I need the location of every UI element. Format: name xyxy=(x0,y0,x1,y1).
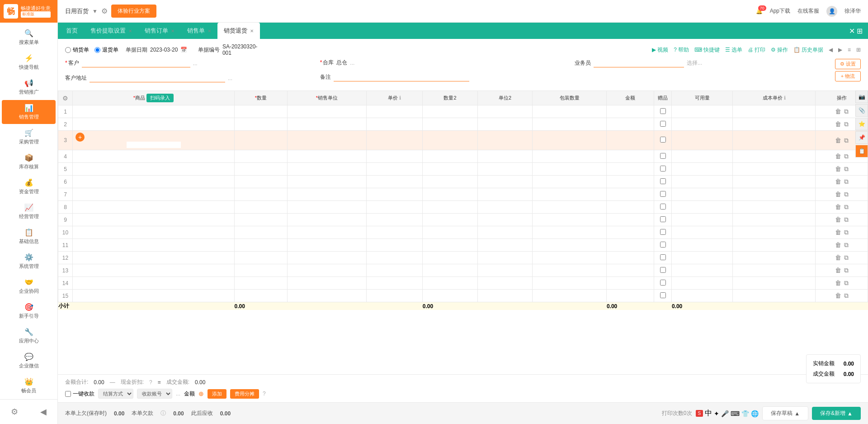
sales-unit-cell[interactable] xyxy=(287,131,367,150)
radio-return[interactable]: 退货单 xyxy=(94,46,118,54)
amount-cell[interactable] xyxy=(607,118,654,131)
copy-row-icon[interactable]: ⧉ xyxy=(844,137,849,144)
unit-price-cell[interactable] xyxy=(367,176,423,188)
account-dots[interactable]: ... xyxy=(176,391,180,397)
sidebar-item-search-menu[interactable]: 🔍 搜索菜单 xyxy=(2,25,56,49)
gift-cell[interactable] xyxy=(654,239,672,252)
tab-home[interactable]: 首页 xyxy=(60,23,84,39)
nav-prev-icon[interactable]: ◀ xyxy=(829,47,833,53)
product-cell[interactable] xyxy=(73,118,235,131)
radio-return-input[interactable] xyxy=(94,47,100,53)
copy-row-icon[interactable]: ⧉ xyxy=(844,216,849,224)
gift-cell[interactable] xyxy=(654,131,672,150)
cost-unit-cell[interactable] xyxy=(732,264,815,277)
quantity2-cell[interactable] xyxy=(423,163,477,176)
one-click-pay-check[interactable]: 一键收款 xyxy=(65,390,94,398)
product-cell[interactable] xyxy=(73,277,235,290)
notification-bell[interactable]: 🔔 70 xyxy=(756,8,763,14)
product-cell[interactable] xyxy=(73,252,235,264)
fee-help-icon[interactable]: ? xyxy=(263,391,266,397)
tab-close-price-setting[interactable]: ✕ xyxy=(128,29,132,33)
available-cell[interactable] xyxy=(672,214,733,226)
remark-input[interactable] xyxy=(334,73,469,81)
gear-icon[interactable]: ⚙ xyxy=(101,7,108,15)
unit-price-cell[interactable] xyxy=(367,131,423,150)
radio-delivery[interactable]: 销货单 xyxy=(65,46,89,54)
sales-unit-cell[interactable] xyxy=(287,252,367,264)
float-btn-1[interactable]: 📷 xyxy=(855,91,868,103)
amount-cell[interactable] xyxy=(607,201,654,214)
amount-cell[interactable] xyxy=(607,277,654,290)
sidebar-item-chang-member[interactable]: 👑 畅会员 xyxy=(2,374,56,398)
logistics-btn[interactable]: + 物流 xyxy=(835,71,861,81)
float-btn-2[interactable]: 📎 xyxy=(855,104,868,117)
package-qty-cell[interactable] xyxy=(533,176,607,188)
sidebar-item-quick-nav[interactable]: ⚡ 快捷导航 xyxy=(2,50,56,74)
unit2-cell[interactable] xyxy=(477,264,532,277)
delete-row-icon[interactable]: 🗑 xyxy=(835,120,841,128)
cost-unit-cell[interactable] xyxy=(732,226,815,239)
available-cell[interactable] xyxy=(672,277,733,290)
product-cell[interactable] xyxy=(73,176,235,188)
view-grid-icon[interactable]: ⊞ xyxy=(856,47,861,53)
tab-sales-return[interactable]: 销货退货 ✕ xyxy=(217,23,260,39)
copy-row-icon[interactable]: ⧉ xyxy=(844,165,849,173)
package-qty-cell[interactable] xyxy=(533,105,607,118)
quantity2-cell[interactable] xyxy=(423,226,477,239)
quantity2-cell[interactable] xyxy=(423,118,477,131)
package-qty-cell[interactable] xyxy=(533,163,607,176)
copy-row-icon[interactable]: ⧉ xyxy=(844,108,849,115)
delete-row-icon[interactable]: 🗑 xyxy=(835,178,841,186)
available-cell[interactable] xyxy=(672,150,733,163)
settings-btn[interactable]: ⚙ 设置 xyxy=(835,59,861,69)
quantity-cell[interactable] xyxy=(235,163,288,176)
sidebar-item-system-mgmt[interactable]: ⚙️ 系统管理 xyxy=(2,249,56,273)
sidebar-item-marketing[interactable]: 📢 营销推广 xyxy=(2,75,56,99)
gift-cell[interactable] xyxy=(654,214,672,226)
cost-unit-cell[interactable] xyxy=(732,239,815,252)
gift-cell[interactable] xyxy=(654,252,672,264)
available-cell[interactable] xyxy=(672,188,733,201)
sales-unit-cell[interactable] xyxy=(287,277,367,290)
unit2-cell[interactable] xyxy=(477,188,532,201)
quantity-cell[interactable] xyxy=(235,188,288,201)
gift-cell[interactable] xyxy=(654,201,672,214)
tab-close-sales-return[interactable]: ✕ xyxy=(250,29,254,33)
quantity-cell[interactable] xyxy=(235,131,288,150)
amount-cell[interactable] xyxy=(607,252,654,264)
package-qty-cell[interactable] xyxy=(533,264,607,277)
unit2-cell[interactable] xyxy=(477,290,532,302)
fee-split-btn[interactable]: 费用分摊 xyxy=(230,389,259,399)
sales-unit-cell[interactable] xyxy=(287,201,367,214)
help-action[interactable]: ? 帮助 xyxy=(674,46,689,54)
gift-cell[interactable] xyxy=(654,226,672,239)
package-qty-cell[interactable] xyxy=(533,239,607,252)
print-action[interactable]: 🖨 打印 xyxy=(748,46,765,54)
calendar-icon[interactable]: 📅 xyxy=(180,47,187,53)
sales-unit-cell[interactable] xyxy=(287,239,367,252)
quantity-cell[interactable] xyxy=(235,176,288,188)
gift-cell[interactable] xyxy=(654,118,672,131)
online-service-link[interactable]: 在线客服 xyxy=(797,7,819,15)
customer-dots[interactable]: ... xyxy=(193,60,198,67)
package-qty-cell[interactable] xyxy=(533,277,607,290)
quantity2-cell[interactable] xyxy=(423,264,477,277)
unit-price-cell[interactable] xyxy=(367,239,423,252)
radio-delivery-input[interactable] xyxy=(65,47,71,53)
gift-checkbox[interactable] xyxy=(660,216,666,222)
copy-row-icon[interactable]: ⧉ xyxy=(844,241,849,249)
address-dots[interactable]: ... xyxy=(228,75,232,81)
sales-unit-cell[interactable] xyxy=(287,214,367,226)
quantity-cell[interactable] xyxy=(235,201,288,214)
cost-unit-cell[interactable] xyxy=(732,277,815,290)
available-cell[interactable] xyxy=(672,239,733,252)
amount-cell[interactable] xyxy=(607,239,654,252)
package-qty-cell[interactable] xyxy=(533,150,607,163)
sales-unit-cell[interactable] xyxy=(287,150,367,163)
product-cell[interactable] xyxy=(73,214,235,226)
gift-checkbox[interactable] xyxy=(660,191,666,197)
gift-cell[interactable] xyxy=(654,150,672,163)
gift-checkbox[interactable] xyxy=(660,166,666,172)
cost-unit-cell[interactable] xyxy=(732,118,815,131)
product-cell[interactable] xyxy=(73,105,235,118)
